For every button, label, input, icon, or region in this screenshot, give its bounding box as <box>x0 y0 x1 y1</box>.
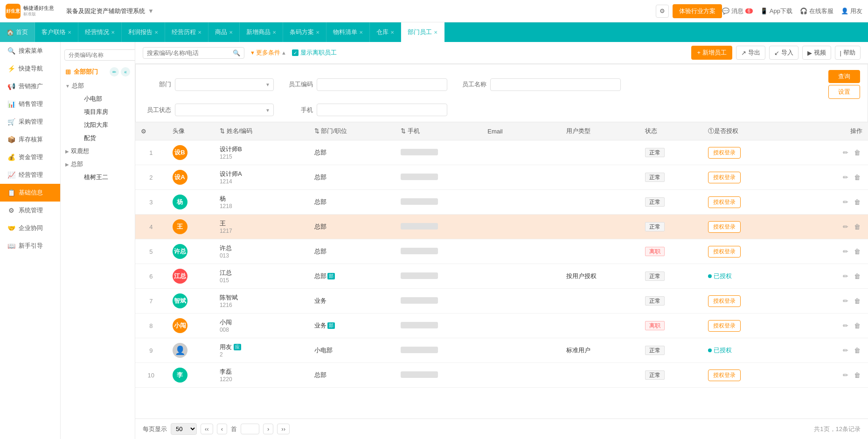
phone-input[interactable] <box>317 104 447 116</box>
col-settings[interactable]: ⚙ <box>135 122 167 140</box>
tab-goods[interactable]: 商品 ✕ <box>208 22 240 42</box>
user-menu[interactable]: 👤 用友 <box>841 7 862 15</box>
tab-home[interactable]: 🏠 首页 <box>0 22 35 42</box>
tree-item-peihuo[interactable]: 配货 <box>75 132 135 145</box>
more-conditions-button[interactable]: ▼ 更多条件 ▲ <box>250 49 286 57</box>
tree-item-project[interactable]: 项目库房 <box>75 105 135 118</box>
page-number-input[interactable]: 1 <box>241 424 259 434</box>
view-button[interactable]: ▶ 视频 <box>802 46 831 60</box>
import-button[interactable]: ↙ 导入 <box>769 46 799 60</box>
edit-button[interactable]: ✏ <box>841 296 850 306</box>
edit-button[interactable]: ✏ <box>841 197 850 207</box>
auth-login-button[interactable]: 授权登录 <box>708 320 741 332</box>
export-button[interactable]: ↗ 导出 <box>736 46 765 60</box>
delete-button[interactable]: 🗑 <box>852 173 862 182</box>
tab-close-icon[interactable]: ✕ <box>359 30 363 35</box>
dimission-checkbox[interactable]: ✓ <box>292 49 299 56</box>
help-button[interactable]: | 帮助 <box>835 46 861 60</box>
page-size-select[interactable]: 50 100 <box>171 423 197 435</box>
col-name[interactable]: ⇅ 姓名/编码 <box>214 122 309 140</box>
tree-search-input[interactable] <box>64 49 135 61</box>
sidebar-item-basicinfo[interactable]: 📋 基础信息 <box>0 184 60 202</box>
auth-login-button[interactable]: 授权登录 <box>708 172 741 183</box>
tab-bom[interactable]: 物料清单 ✕ <box>326 22 370 42</box>
delete-button[interactable]: 🗑 <box>852 222 862 231</box>
add-employee-button[interactable]: + 新增员工 <box>691 46 732 60</box>
edit-button[interactable]: ✏ <box>841 148 850 157</box>
sidebar-item-system[interactable]: ⚙ 系统管理 <box>0 202 60 219</box>
sidebar-item-guide[interactable]: 📖 新手引导 <box>0 237 60 255</box>
tab-warehouse[interactable]: 仓库 ✕ <box>370 22 401 42</box>
delete-button[interactable]: 🗑 <box>852 148 862 157</box>
edit-button[interactable]: ✏ <box>841 346 850 355</box>
auth-login-button[interactable]: 授权登录 <box>708 369 741 381</box>
trial-button[interactable]: 体验行业方案 <box>673 4 722 18</box>
sidebar-item-marketing[interactable]: 📢 营销推广 <box>0 77 60 95</box>
delete-button[interactable]: 🗑 <box>852 247 862 256</box>
tab-close-icon[interactable]: ✕ <box>198 30 201 35</box>
edit-button[interactable]: ✏ <box>841 321 850 330</box>
last-page-button[interactable]: ›› <box>277 424 290 434</box>
auth-login-button[interactable]: 授权登录 <box>708 295 741 307</box>
online-service-button[interactable]: 🎧 在线客服 <box>800 7 833 15</box>
tab-profit[interactable]: 利润报告 ✕ <box>122 22 165 42</box>
sidebar-item-finance[interactable]: 💰 资金管理 <box>0 148 60 166</box>
delete-button[interactable]: 🗑 <box>852 197 862 207</box>
tab-close-icon[interactable]: ✕ <box>272 30 276 35</box>
delete-button[interactable]: 🗑 <box>852 321 862 330</box>
tab-customer[interactable]: 客户联络 ✕ <box>35 22 78 42</box>
edit-button[interactable]: ✏ <box>841 173 850 182</box>
tree-collapse-button[interactable]: « <box>121 67 130 77</box>
tab-close-icon[interactable]: ✕ <box>68 30 71 35</box>
tree-item-xiaodibu[interactable]: 小电部 <box>75 92 135 105</box>
empname-input[interactable] <box>490 78 621 91</box>
tree-edit-button[interactable]: ✏ <box>110 67 119 77</box>
tab-close-icon[interactable]: ✕ <box>434 30 437 35</box>
auth-login-button[interactable]: 授权登录 <box>708 246 741 258</box>
tab-close-icon[interactable]: ✕ <box>111 30 115 35</box>
message-button[interactable]: 💬 消息 6 <box>722 7 753 15</box>
first-page-button[interactable]: ‹‹ <box>201 424 213 434</box>
empstatus-select[interactable] <box>175 104 274 116</box>
tab-close-icon[interactable]: ✕ <box>154 30 158 35</box>
next-page-button[interactable]: › <box>263 424 273 434</box>
tab-dept-employee[interactable]: 部门员工 ✕ <box>401 22 444 42</box>
dept-select[interactable] <box>175 78 274 91</box>
edit-button[interactable]: ✏ <box>841 247 850 256</box>
app-download-button[interactable]: 📱 App下载 <box>760 7 792 15</box>
search-input[interactable] <box>147 49 231 56</box>
sidebar-item-collab[interactable]: 🤝 企业协同 <box>0 219 60 237</box>
sidebar-item-sales[interactable]: 📊 销售管理 <box>0 95 60 113</box>
tab-history[interactable]: 经营历程 ✕ <box>165 22 208 42</box>
tab-close-icon[interactable]: ✕ <box>390 30 394 35</box>
auth-login-button[interactable]: 授权登录 <box>708 196 741 208</box>
edit-button[interactable]: ✏ <box>841 370 850 380</box>
auth-login-button[interactable]: 授权登录 <box>708 221 741 233</box>
delete-button[interactable]: 🗑 <box>852 346 862 355</box>
delete-button[interactable]: 🗑 <box>852 296 862 306</box>
sidebar-item-search[interactable]: 🔍 搜索菜单 <box>0 42 60 60</box>
col-auth[interactable]: ①是否授权 <box>702 122 805 140</box>
tree-item-zhishu[interactable]: 植树王二 <box>75 171 135 184</box>
query-button[interactable]: 查询 <box>828 70 860 83</box>
empcode-input[interactable] <box>317 78 447 91</box>
tree-group-zongbu2[interactable]: ▶ 总部 <box>61 158 135 171</box>
prev-page-button[interactable]: ‹ <box>217 424 227 434</box>
gear-button[interactable]: ⚙ <box>656 5 669 18</box>
tab-operation[interactable]: 经营情况 ✕ <box>78 22 122 42</box>
sidebar-item-inventory[interactable]: 📦 库存核算 <box>0 131 60 148</box>
tab-close-icon[interactable]: ✕ <box>229 30 233 35</box>
col-phone[interactable]: ⇅ 手机 <box>395 122 482 140</box>
tab-close-icon[interactable]: ✕ <box>316 30 319 35</box>
col-dept[interactable]: ⇅ 部门/职位 <box>309 122 396 140</box>
tab-barcode[interactable]: 条码方案 ✕ <box>283 22 326 42</box>
sidebar-item-purchase[interactable]: 🛒 采购管理 <box>0 113 60 131</box>
tab-add-goods[interactable]: 新增商品 ✕ <box>240 22 283 42</box>
set-button[interactable]: 设置 <box>828 85 860 99</box>
tree-group-shuanglu[interactable]: ▶ 双鹿想 <box>61 145 135 158</box>
delete-button[interactable]: 🗑 <box>852 272 862 281</box>
sidebar-item-management[interactable]: 📈 经营管理 <box>0 166 60 184</box>
edit-button[interactable]: ✏ <box>841 272 850 281</box>
tree-group-zongbu[interactable]: ▼ 总部 <box>61 79 135 92</box>
search-icon[interactable]: 🔍 <box>233 49 240 56</box>
